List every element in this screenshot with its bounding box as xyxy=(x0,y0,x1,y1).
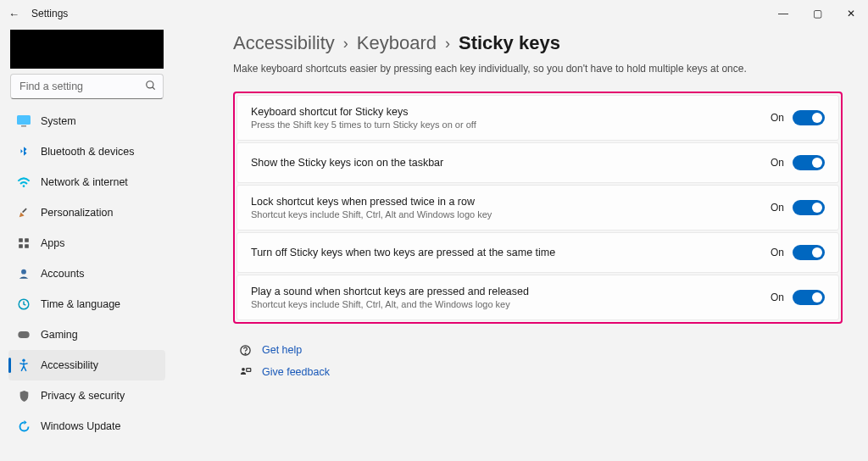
update-icon xyxy=(17,419,31,433)
setting-title: Turn off Sticky keys when two keys are p… xyxy=(251,247,555,258)
apps-icon xyxy=(17,236,31,250)
setting-subtitle: Shortcut keys include Shift, Ctrl, Alt a… xyxy=(251,209,492,219)
svg-rect-8 xyxy=(19,244,23,248)
personalization-icon xyxy=(17,206,31,219)
svg-point-16 xyxy=(242,367,245,370)
setting-title: Keyboard shortcut for Sticky keys xyxy=(251,106,476,118)
app-title: Settings xyxy=(31,8,68,19)
sidebar-item-label: Privacy & security xyxy=(41,390,125,402)
setting-title: Show the Sticky keys icon on the taskbar xyxy=(251,157,443,169)
titlebar: ← Settings — ▢ ✕ xyxy=(0,0,868,27)
svg-line-1 xyxy=(153,87,155,90)
toggle-switch[interactable] xyxy=(793,245,825,260)
shield-icon xyxy=(17,389,31,403)
crumb-keyboard[interactable]: Keyboard xyxy=(357,32,437,54)
close-button[interactable]: ✕ xyxy=(834,0,868,27)
svg-rect-12 xyxy=(18,331,29,338)
sidebar-item-bluetooth[interactable]: Bluetooth & devices xyxy=(8,136,165,167)
back-button[interactable]: ← xyxy=(8,8,19,20)
chevron-right-icon: › xyxy=(445,35,450,53)
time-icon xyxy=(17,297,31,311)
sidebar-item-time[interactable]: Time & language xyxy=(8,289,165,319)
svg-rect-3 xyxy=(21,125,26,127)
svg-point-13 xyxy=(22,359,25,362)
sidebar-item-label: Personalization xyxy=(41,207,113,219)
svg-point-10 xyxy=(21,269,26,275)
svg-rect-9 xyxy=(25,244,29,248)
main-content: Accessibility › Keyboard › Sticky keys M… xyxy=(174,27,868,461)
setting-lock-shortcut: Lock shortcut keys when pressed twice in… xyxy=(236,185,839,230)
sidebar-item-label: Time & language xyxy=(41,298,120,310)
sidebar: System Bluetooth & devices Network & int… xyxy=(0,27,174,461)
restore-button[interactable]: ▢ xyxy=(800,0,834,27)
sidebar-item-accounts[interactable]: Accounts xyxy=(8,258,165,289)
feedback-icon xyxy=(238,365,252,379)
page-description: Make keyboard shortcuts easier by pressi… xyxy=(233,63,843,75)
sidebar-item-label: System xyxy=(41,115,76,127)
sidebar-item-accessibility[interactable]: Accessibility xyxy=(8,350,165,380)
get-help-link[interactable]: Get help xyxy=(238,339,843,361)
svg-point-0 xyxy=(147,81,153,88)
sidebar-item-label: Windows Update xyxy=(41,420,121,432)
toggle-state-label: On xyxy=(771,292,784,303)
accounts-icon xyxy=(17,267,31,280)
toggle-switch[interactable] xyxy=(793,200,825,215)
sidebar-item-label: Gaming xyxy=(41,329,78,341)
sidebar-item-label: Accounts xyxy=(41,268,84,280)
sidebar-item-gaming[interactable]: Gaming xyxy=(8,319,165,350)
accessibility-icon xyxy=(17,358,31,372)
search-icon xyxy=(145,80,157,95)
minimize-button[interactable]: — xyxy=(766,0,800,27)
setting-taskbar-icon: Show the Sticky keys icon on the taskbar… xyxy=(236,142,839,183)
setting-subtitle: Press the Shift key 5 times to turn Stic… xyxy=(251,119,476,130)
bluetooth-icon xyxy=(17,145,31,158)
svg-point-4 xyxy=(23,185,25,187)
sidebar-item-label: Bluetooth & devices xyxy=(41,146,135,158)
user-account-block[interactable] xyxy=(10,30,164,69)
system-icon xyxy=(17,114,31,128)
svg-rect-6 xyxy=(19,238,23,242)
svg-rect-7 xyxy=(25,238,29,242)
search-input[interactable] xyxy=(10,74,164,99)
toggle-state-label: On xyxy=(771,247,784,258)
toggle-state-label: On xyxy=(771,202,784,214)
sidebar-item-label: Accessibility xyxy=(41,359,98,371)
sidebar-item-update[interactable]: Windows Update xyxy=(8,411,165,442)
setting-subtitle: Shortcut keys include Shift, Ctrl, Alt, … xyxy=(251,299,529,309)
toggle-switch[interactable] xyxy=(793,155,825,170)
sidebar-item-label: Apps xyxy=(41,237,65,249)
setting-title: Lock shortcut keys when pressed twice in… xyxy=(251,196,492,208)
settings-group: Keyboard shortcut for Sticky keys Press … xyxy=(233,92,843,324)
svg-point-15 xyxy=(245,353,246,353)
toggle-switch[interactable] xyxy=(793,110,825,125)
link-label: Get help xyxy=(262,344,302,356)
sidebar-item-personalization[interactable]: Personalization xyxy=(8,197,165,228)
chevron-right-icon: › xyxy=(343,35,348,53)
give-feedback-link[interactable]: Give feedback xyxy=(238,361,843,383)
toggle-state-label: On xyxy=(771,112,784,124)
gaming-icon xyxy=(17,328,31,342)
sidebar-item-network[interactable]: Network & internet xyxy=(8,167,165,197)
svg-rect-5 xyxy=(22,208,27,213)
setting-turn-off-two-keys: Turn off Sticky keys when two keys are p… xyxy=(236,232,839,273)
help-icon xyxy=(238,343,252,357)
sidebar-item-apps[interactable]: Apps xyxy=(8,228,165,258)
link-label: Give feedback xyxy=(262,366,330,378)
sidebar-item-system[interactable]: System xyxy=(8,106,165,136)
svg-rect-2 xyxy=(17,115,31,125)
breadcrumb: Accessibility › Keyboard › Sticky keys xyxy=(233,32,843,54)
setting-keyboard-shortcut: Keyboard shortcut for Sticky keys Press … xyxy=(236,95,839,141)
setting-title: Play a sound when shortcut keys are pres… xyxy=(251,286,529,297)
svg-rect-17 xyxy=(246,368,250,371)
sidebar-item-privacy[interactable]: Privacy & security xyxy=(8,380,165,411)
crumb-accessibility[interactable]: Accessibility xyxy=(233,32,335,54)
network-icon xyxy=(17,175,31,189)
toggle-switch[interactable] xyxy=(793,290,825,305)
toggle-state-label: On xyxy=(771,157,784,169)
sidebar-item-label: Network & internet xyxy=(41,176,128,188)
setting-play-sound: Play a sound when shortcut keys are pres… xyxy=(236,275,839,320)
crumb-current: Sticky keys xyxy=(459,32,560,54)
